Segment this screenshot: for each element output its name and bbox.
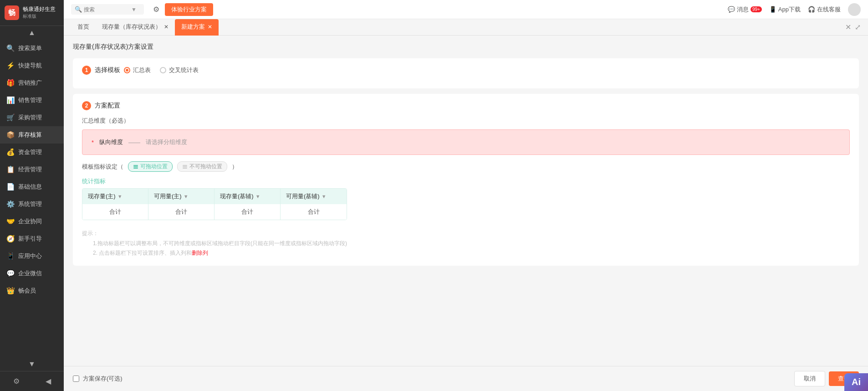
sidebar-item-label: 快捷导航 <box>18 62 42 70</box>
ai-button[interactable]: Ai <box>844 373 868 391</box>
sidebar-item-basic[interactable]: 📄 基础信息 <box>0 178 64 196</box>
sidebar-item-appcenter[interactable]: 📱 应用中心 <box>0 247 64 265</box>
messages-badge: 99+ <box>751 6 762 12</box>
search-input[interactable] <box>84 6 129 13</box>
sidebar-item-system[interactable]: ⚙️ 系统管理 <box>0 196 64 213</box>
collapse-icon[interactable]: ◀ <box>42 375 55 387</box>
stats-header: 现存量(主) ▼ 可用量(主) ▼ 现存量(基辅) ▼ 可用量(基辅) ▼ <box>82 189 347 204</box>
col-1-chevron-icon[interactable]: ▼ <box>117 194 123 199</box>
indicator-setting-close: ） <box>232 163 238 171</box>
stats-table: 现存量(主) ▼ 可用量(主) ▼ 现存量(基辅) ▼ 可用量(基辅) ▼ <box>82 188 347 220</box>
stats-body: 合计 合计 合计 合计 <box>82 204 347 220</box>
col-4-chevron-icon[interactable]: ▼ <box>322 194 327 199</box>
tab-inventory-close-icon[interactable]: ✕ <box>164 24 168 30</box>
trial-industry-button[interactable]: 体验行业方案 <box>165 3 213 16</box>
svg-rect-4 <box>183 166 187 167</box>
template-options: 汇总表 交叉统计表 <box>124 66 199 74</box>
app-edition: 标准版 <box>23 13 56 20</box>
sidebar-item-search[interactable]: 🔍 搜索菜单 <box>0 40 64 57</box>
sidebar-item-newbie[interactable]: 🧭 新手引导 <box>0 230 64 247</box>
stats-col-4[interactable]: 可用量(基辅) ▼ <box>281 189 347 204</box>
user-avatar[interactable] <box>848 3 861 16</box>
app-name: 畅康通好生意 <box>23 6 56 13</box>
stats-col-1-label: 现存量(主) <box>88 192 116 201</box>
step2-section: 2 方案配置 汇总维度（必选） * 纵向维度 —— 请选择分组维度 模板指标设定… <box>73 94 859 266</box>
tab-new-plan-close-icon[interactable]: ✕ <box>208 24 212 30</box>
stats-col-2-label: 可用量(主) <box>154 192 182 201</box>
draggable-badge: 可拖动位置 <box>128 161 173 172</box>
stats-col-3-label: 现存量(基辅) <box>220 192 254 201</box>
sidebar-item-marketing[interactable]: 🎁 营销推广 <box>0 74 64 92</box>
online-service-btn[interactable]: 🎧 在线客服 <box>808 5 841 14</box>
operations-icon: 📋 <box>6 165 15 174</box>
tab-home[interactable]: 首页 <box>71 19 96 36</box>
stats-col-3[interactable]: 现存量(基辅) ▼ <box>214 189 281 204</box>
tab-expand-icon[interactable]: ⤢ <box>855 23 861 31</box>
tips-header: 提示： <box>82 229 850 239</box>
cooperation-icon: 🤝 <box>6 217 15 226</box>
page-title: 现存量(库存状况表)方案设置 <box>73 43 859 51</box>
tab-bar: 首页 现存量（库存状况表） ✕ 新建方案 ✕ ✕ ⤢ <box>64 19 868 36</box>
save-checkbox[interactable] <box>73 376 79 382</box>
sidebar-item-inventory[interactable]: 📦 库存核算 <box>0 126 64 144</box>
sidebar-item-label: 库存核算 <box>18 131 42 139</box>
settings-icon[interactable]: ⚙ <box>10 375 23 387</box>
search-box[interactable]: 🔍 ▼ <box>71 4 144 15</box>
non-draggable-badge: 不可拖动位置 <box>177 161 227 172</box>
messages-label: 消息 <box>737 5 749 14</box>
sidebar-item-label: 销售管理 <box>18 96 42 104</box>
quicknav-icon: ⚡ <box>6 62 15 70</box>
col-3-chevron-icon[interactable]: ▼ <box>255 194 260 199</box>
tab-inventory[interactable]: 现存量（库存状况表） ✕ <box>96 19 175 36</box>
draggable-label: 可拖动位置 <box>140 163 168 170</box>
sidebar-item-quicknav[interactable]: ⚡ 快捷导航 <box>0 57 64 74</box>
cancel-button[interactable]: 取消 <box>794 371 825 386</box>
tab-close-all-icon[interactable]: ✕ <box>845 23 851 31</box>
tab-new-plan-label: 新建方案 <box>181 23 205 31</box>
basic-icon: 📄 <box>6 183 15 191</box>
sidebar-scroll-up[interactable]: ▲ <box>0 26 64 40</box>
sidebar-scroll-down[interactable]: ▼ <box>0 357 64 371</box>
app-download-btn[interactable]: 📱 App下载 <box>769 5 801 14</box>
sidebar-item-wechat[interactable]: 💬 企业微信 <box>0 265 64 282</box>
sidebar-item-member[interactable]: 👑 畅会员 <box>0 282 64 299</box>
col-2-chevron-icon[interactable]: ▼ <box>184 194 189 199</box>
sidebar-item-label: 新手引导 <box>18 235 42 243</box>
topbar-gear-icon[interactable]: ⚙ <box>153 5 159 14</box>
tab-new-plan[interactable]: 新建方案 ✕ <box>175 19 219 36</box>
sidebar-item-cooperation[interactable]: 🤝 企业协同 <box>0 213 64 230</box>
stats-label: 统计指标 <box>82 177 850 185</box>
non-draggable-label: 不可拖动位置 <box>189 163 222 170</box>
app-download-label: App下载 <box>778 5 801 14</box>
radio-summary[interactable]: 汇总表 <box>124 66 151 74</box>
tab-home-label: 首页 <box>77 23 89 31</box>
dimension-placeholder: 请选择分组维度 <box>146 138 187 146</box>
dimension-dash: —— <box>128 139 140 146</box>
step1-badge: 1 <box>82 66 91 75</box>
message-icon: 💬 <box>728 6 735 13</box>
step2-badge: 2 <box>82 101 91 110</box>
tip-highlight: 删除列 <box>192 250 208 256</box>
logo-icon: 畅 <box>5 5 19 20</box>
sales-icon: 📊 <box>6 96 15 104</box>
sidebar-item-label: 搜索菜单 <box>18 44 42 52</box>
search-chevron-icon[interactable]: ▼ <box>131 6 137 13</box>
step2-title: 方案配置 <box>95 102 120 110</box>
dimension-area[interactable]: * 纵向维度 —— 请选择分组维度 <box>82 129 850 155</box>
topbar: 🔍 ▼ ⚙ 体验行业方案 💬 消息 99+ 📱 App下载 🎧 在线客服 <box>64 0 868 19</box>
dimension-label: 纵向维度 <box>99 138 123 146</box>
sidebar-item-sales[interactable]: 📊 销售管理 <box>0 92 64 109</box>
sidebar-item-operations[interactable]: 📋 经营管理 <box>0 161 64 178</box>
messages-btn[interactable]: 💬 消息 99+ <box>728 5 762 14</box>
sidebar-item-label: 基础信息 <box>18 183 42 191</box>
svg-rect-3 <box>183 165 187 166</box>
stats-col-2[interactable]: 可用量(主) ▼ <box>148 189 214 204</box>
wechat-icon: 💬 <box>6 269 15 278</box>
sidebar-item-purchase[interactable]: 🛒 采购管理 <box>0 109 64 126</box>
radio-crosstab[interactable]: 交叉统计表 <box>160 66 199 74</box>
stats-cell-4: 合计 <box>281 204 347 220</box>
stats-col-1[interactable]: 现存量(主) ▼ <box>82 189 148 204</box>
stats-cell-3: 合计 <box>214 204 281 220</box>
sidebar-item-finance[interactable]: 💰 资金管理 <box>0 144 64 161</box>
finance-icon: 💰 <box>6 148 15 156</box>
